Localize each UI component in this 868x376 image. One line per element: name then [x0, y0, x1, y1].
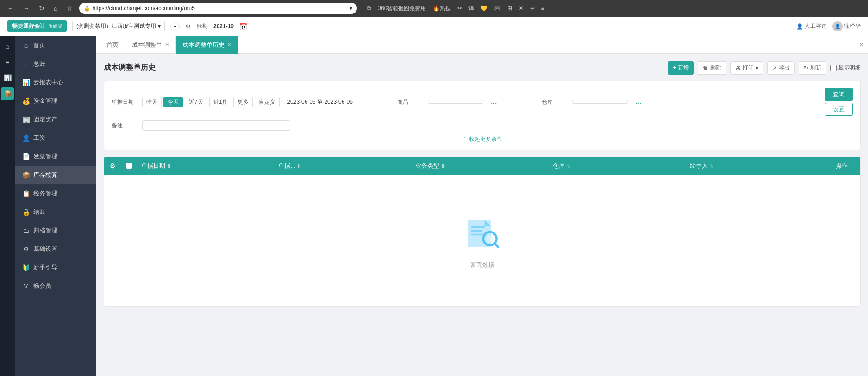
scissors-btn[interactable]: ✂ [456, 4, 464, 13]
settings-icon: ⚙ [22, 245, 30, 253]
filter-settings-button[interactable]: 设置 [825, 103, 853, 116]
report-icon: 📊 [22, 79, 30, 86]
grid-btn[interactable]: ⊞ [506, 4, 514, 13]
sidebar-item-payroll[interactable]: 👤 工资 [15, 129, 96, 147]
company-selector[interactable]: (勿删勿禁用）江西服宝测试专用 ▾ [72, 21, 165, 31]
table-header: ⚙ 单据日期 ⇅ 单据... ⇅ 业务类型 ⇅ [104, 157, 860, 175]
export-button[interactable]: ↗ 导出 [767, 61, 795, 75]
sidebar: ⌂ 首页 ≡ 总账 📊 云报表中心 💰 资金管理 🏢 固定资产 👤 工资 📄 发… [15, 36, 96, 376]
sidebar-item-label-member: 畅会员 [33, 282, 51, 290]
home-button[interactable]: ⌂ [51, 4, 60, 13]
sidebar-item-label-home: 首页 [33, 41, 45, 50]
warehouse-dots[interactable]: … [635, 98, 642, 106]
sidebar-item-fund[interactable]: 💰 资金管理 [15, 92, 96, 110]
menu-btn[interactable]: ≡ [539, 4, 546, 13]
th-handler[interactable]: 经手人 ⇅ [686, 162, 823, 170]
th-handler-sort-icon: ⇅ [710, 163, 713, 169]
print-button[interactable]: 🖨 打印 ▾ [730, 61, 763, 75]
th-biz-type[interactable]: 业务类型 ⇅ [412, 162, 549, 170]
delete-button[interactable]: 🗑 删除 [698, 61, 726, 75]
inventory-icon: 📦 [22, 171, 30, 179]
add-company-button[interactable]: + [170, 22, 180, 31]
translate-btn[interactable]: 译 [467, 4, 476, 13]
filter-row-date: 单据日期 昨天 今天 近7天 近1月 更多 自定义 2023-06-06 至 2… [112, 88, 853, 116]
today-btn[interactable]: 今天 [163, 97, 183, 107]
search-360-btn[interactable]: 360智能抠图免费用 [376, 4, 428, 13]
tab-home[interactable]: 首页 [100, 36, 125, 54]
last1month-btn[interactable]: 近1月 [209, 97, 232, 107]
display-cols-checkbox-label[interactable]: 显示明细 [830, 64, 861, 72]
th-warehouse[interactable]: 仓库 ⇅ [549, 162, 686, 170]
sidebar-extra-icon-3[interactable]: 📊 [1, 71, 14, 84]
sidebar-item-label-assets: 固定资产 [33, 115, 57, 124]
th-warehouse-label: 仓库 [553, 162, 565, 170]
sidebar-item-home[interactable]: ⌂ 首页 [15, 36, 96, 55]
sidebar-item-report[interactable]: 📊 云报表中心 [15, 73, 96, 92]
sidebar-item-closing[interactable]: 🔒 结账 [15, 203, 96, 221]
sidebar-item-settings[interactable]: ⚙ 基础设置 [15, 240, 96, 258]
page-title: 成本调整单历史 [104, 63, 156, 73]
sidebar-item-general-ledger[interactable]: ≡ 总账 [15, 55, 96, 73]
last7days-btn[interactable]: 近7天 [185, 97, 207, 107]
sidebar-item-fixed-assets[interactable]: 🏢 固定资产 [15, 110, 96, 129]
settings-chrome-btn[interactable]: ☀ [517, 4, 525, 13]
settings-header-icon[interactable]: ⚙ [185, 23, 191, 30]
sidebar-extra-icon-2[interactable]: ≡ [1, 56, 14, 69]
logo-area[interactable]: 畅捷通好会计 旗舰版 [7, 20, 67, 32]
sidebar-item-member[interactable]: V 畅会员 [15, 277, 96, 295]
query-button[interactable]: 查询 [825, 88, 853, 101]
th-date[interactable]: 单据日期 ⇅ [137, 162, 275, 170]
wallet-btn[interactable]: 💛 [479, 4, 489, 13]
table-select-all[interactable] [121, 163, 137, 169]
custom-btn[interactable]: 自定义 [255, 97, 280, 107]
th-actions-label: 操作 [836, 162, 848, 170]
svg-line-7 [494, 243, 498, 247]
user-button[interactable]: 👤 徐泽华 [832, 21, 861, 31]
consult-button[interactable]: 👤 人工咨询 [796, 22, 827, 30]
goods-dots[interactable]: … [491, 98, 497, 106]
sidebar-item-tax[interactable]: 📋 税务管理 [15, 184, 96, 203]
select-all-checkbox[interactable] [126, 163, 132, 169]
more-btn[interactable]: 更多 [233, 97, 253, 107]
sidebar-item-label-report: 云报表中心 [33, 78, 63, 87]
calendar-icon[interactable]: 📅 [239, 23, 247, 30]
close-all-tabs-button[interactable]: ✕ [858, 40, 864, 49]
new-button[interactable]: + 新增 [668, 61, 694, 75]
yesterday-btn[interactable]: 昨天 [142, 97, 162, 107]
back-button[interactable]: ← [5, 4, 17, 13]
company-dropdown-icon: ▾ [158, 23, 161, 30]
tab-cost-adjust-close[interactable]: ✕ [165, 42, 169, 48]
hot-search-btn[interactable]: 🔥热搜 [431, 4, 453, 13]
game-btn[interactable]: 🎮 [492, 4, 503, 13]
sidebar-item-guide[interactable]: 🔰 新手引导 [15, 258, 96, 277]
th-number[interactable]: 单据... ⇅ [275, 162, 412, 170]
query-actions: 查询 设置 [825, 88, 853, 116]
th-date-label: 单据日期 [141, 162, 165, 170]
sidebar-extra-icon-1[interactable]: ⌂ [1, 40, 14, 53]
browser-chrome: ← → ↻ ⌂ ☆ 🔒 https://cloud.chanjet.com/ac… [0, 0, 868, 17]
tab-cost-adjust-history[interactable]: 成本调整单历史 ✕ [176, 36, 238, 54]
tab-cost-adjust[interactable]: 成本调整单 ✕ [125, 36, 176, 54]
warehouse-dropdown[interactable] [572, 100, 628, 104]
undo-btn[interactable]: ↩ [528, 4, 537, 13]
app-header: 畅捷通好会计 旗舰版 (勿删勿禁用）江西服宝测试专用 ▾ + ⚙ 账期 2021… [0, 17, 868, 36]
bookmark-button[interactable]: ☆ [64, 4, 75, 13]
goods-dropdown[interactable] [428, 100, 483, 104]
extensions-button[interactable]: ⧉ [365, 4, 373, 13]
table-settings-icon[interactable]: ⚙ [104, 162, 121, 169]
sidebar-item-inventory[interactable]: 📦 库存核算 [15, 166, 96, 184]
sidebar-item-archive[interactable]: 🗂 归档管理 [15, 221, 96, 240]
refresh-button[interactable]: ↻ [36, 4, 47, 13]
remark-input[interactable] [142, 120, 290, 131]
collapse-filter-button[interactable]: ⌃ 收起更多条件 [462, 135, 502, 143]
forward-button[interactable]: → [20, 4, 32, 13]
delete-label: 删除 [710, 64, 721, 72]
display-cols-checkbox[interactable] [830, 65, 837, 71]
browser-tools: ⧉ 360智能抠图免费用 🔥热搜 ✂ 译 💛 🎮 ⊞ ☀ ↩ ≡ [365, 4, 546, 13]
sidebar-extra-icon-active[interactable]: 📦 [1, 87, 14, 100]
refresh-button-action[interactable]: ↻ 刷新 [799, 61, 826, 75]
sidebar-item-invoice[interactable]: 📄 发票管理 [15, 147, 96, 166]
tab-cost-adjust-history-close[interactable]: ✕ [227, 42, 231, 48]
date-filter-buttons: 昨天 今天 近7天 近1月 更多 自定义 [142, 97, 280, 107]
sidebar-item-label-inventory: 库存核算 [33, 171, 57, 179]
